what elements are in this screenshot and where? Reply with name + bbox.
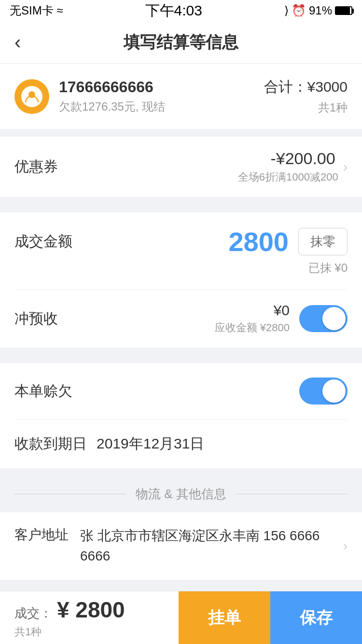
bottom-label: 成交： bbox=[14, 605, 52, 622]
address-chevron-icon: › bbox=[343, 538, 348, 554]
prepaid-label: 冲预收 bbox=[14, 309, 58, 329]
user-info: 17666666666 欠款1276.35元, 现结 bbox=[59, 78, 264, 114]
logistics-line-right bbox=[236, 494, 348, 494]
prepaid-section: 冲预收 ¥0 应收金额 ¥2800 bbox=[0, 290, 362, 348]
back-button[interactable]: ‹ bbox=[14, 31, 21, 53]
debt-toggle-knob bbox=[322, 379, 346, 403]
address-row[interactable]: 客户地址 张 北京市市辖区海淀区永丰南 156 6666 6666 › bbox=[0, 512, 362, 580]
user-row: 17666666666 欠款1276.35元, 现结 合计：¥3000 共1种 bbox=[0, 64, 362, 129]
user-phone: 17666666666 bbox=[59, 78, 264, 96]
content: 17666666666 欠款1276.35元, 现结 合计：¥3000 共1种 … bbox=[0, 64, 362, 644]
status-left: 无SIM卡 ≈ bbox=[10, 3, 63, 18]
prepaid-note: 应收金额 ¥2800 bbox=[215, 321, 290, 335]
debt-section: 本单赊欠 bbox=[0, 363, 362, 419]
transaction-note: 已抹 ¥0 bbox=[14, 260, 348, 276]
amount-section: 成交金额 2800 抹零 已抹 ¥0 bbox=[0, 212, 362, 289]
toggle-knob bbox=[322, 307, 346, 330]
prepaid-amount: ¥0 bbox=[215, 302, 290, 319]
bottom-total-row: 成交： ¥ 2800 bbox=[14, 597, 164, 623]
section-gap-2 bbox=[0, 355, 362, 363]
coupon-row[interactable]: 优惠券 -¥200.00 全场6折满1000减200 › bbox=[0, 137, 362, 197]
duedate-value: 2019年12月31日 bbox=[97, 434, 204, 454]
address-value: 张 北京市市辖区海淀区永丰南 156 6666 6666 bbox=[80, 526, 338, 566]
round-button[interactable]: 抹零 bbox=[298, 228, 348, 255]
amount-row: 成交金额 2800 抹零 bbox=[14, 226, 348, 257]
status-time: 下午4:03 bbox=[145, 1, 202, 21]
pending-button[interactable]: 挂单 bbox=[179, 591, 270, 644]
duedate-section: 收款到期日 2019年12月31日 bbox=[0, 420, 362, 468]
total-count: 共1种 bbox=[264, 100, 348, 115]
logistics-divider: 物流 & 其他信息 bbox=[0, 476, 362, 512]
logistics-line-left bbox=[14, 494, 126, 494]
alarm-icon: ⏰ bbox=[292, 4, 306, 17]
coupon-label: 优惠券 bbox=[14, 157, 58, 177]
bottom-summary: 成交： ¥ 2800 共1种 bbox=[0, 597, 179, 639]
coupon-desc: 全场6折满1000减200 bbox=[238, 170, 338, 184]
debt-card: 本单赊欠 收款到期日 2019年12月31日 bbox=[0, 363, 362, 468]
transaction-card: 成交金额 2800 抹零 已抹 ¥0 冲预收 ¥0 应收金额 ¥2800 bbox=[0, 212, 362, 348]
user-debt: 欠款1276.35元, 现结 bbox=[59, 99, 264, 114]
save-button[interactable]: 保存 bbox=[270, 591, 362, 644]
avatar-icon bbox=[21, 86, 42, 107]
user-info-card: 17666666666 欠款1276.35元, 现结 合计：¥3000 共1种 bbox=[0, 64, 362, 129]
bottom-amount: ¥ 2800 bbox=[57, 597, 125, 623]
user-total: 合计：¥3000 共1种 bbox=[264, 77, 348, 115]
section-gap-1 bbox=[0, 205, 362, 212]
amount-value-group: 2800 抹零 bbox=[228, 226, 348, 257]
transaction-amount: 2800 bbox=[228, 226, 289, 257]
bottom-bar: 成交： ¥ 2800 共1种 挂单 保存 bbox=[0, 591, 362, 644]
nav-bar: ‹ 填写结算等信息 bbox=[0, 21, 362, 64]
address-card: 客户地址 张 北京市市辖区海淀区永丰南 156 6666 6666 › bbox=[0, 512, 362, 580]
battery-icon bbox=[335, 6, 352, 15]
avatar bbox=[14, 79, 49, 114]
debt-label: 本单赊欠 bbox=[14, 381, 72, 401]
prepaid-amount-group: ¥0 应收金额 ¥2800 bbox=[215, 302, 290, 335]
logistics-text: 物流 & 其他信息 bbox=[136, 486, 226, 503]
page-title: 填写结算等信息 bbox=[124, 31, 238, 54]
coupon-discount: -¥200.00 bbox=[238, 149, 335, 168]
bottom-count: 共1种 bbox=[14, 625, 164, 639]
debt-toggle[interactable] bbox=[299, 378, 348, 405]
prepaid-toggle[interactable] bbox=[299, 305, 348, 332]
coupon-right: -¥200.00 全场6折满1000减200 › bbox=[238, 149, 348, 184]
status-right: ⟩ ⏰ 91% bbox=[284, 4, 352, 17]
prepaid-row: 冲预收 ¥0 应收金额 ¥2800 bbox=[14, 302, 348, 335]
prepaid-right: ¥0 应收金额 ¥2800 bbox=[215, 302, 348, 335]
address-label: 客户地址 bbox=[14, 526, 69, 544]
duedate-label: 收款到期日 bbox=[14, 434, 87, 454]
battery-text: 91% bbox=[309, 4, 332, 17]
transaction-label: 成交金额 bbox=[14, 232, 72, 252]
no-sim-text: 无SIM卡 ≈ bbox=[10, 3, 63, 18]
coupon-chevron-icon: › bbox=[343, 159, 348, 175]
total-amount: 合计：¥3000 bbox=[264, 77, 348, 97]
coupon-card: 优惠券 -¥200.00 全场6折满1000减200 › bbox=[0, 137, 362, 197]
coupon-right-text: -¥200.00 全场6折满1000减200 bbox=[238, 149, 338, 184]
status-bar: 无SIM卡 ≈ 下午4:03 ⟩ ⏰ 91% bbox=[0, 0, 362, 21]
location-icon: ⟩ bbox=[284, 4, 289, 17]
